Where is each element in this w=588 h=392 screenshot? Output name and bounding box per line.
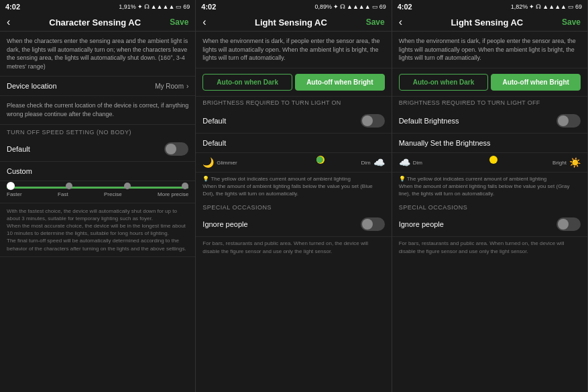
back-button-2[interactable]: ‹ bbox=[202, 16, 216, 28]
description-1: When the characters enter the sensing ar… bbox=[0, 32, 195, 77]
tab-auto-on-dark-2[interactable]: Auto-on when Dark bbox=[202, 74, 292, 91]
manually-label-3: Manually Set the Brightness bbox=[399, 139, 491, 147]
header-1: ‹ Character Sensing AC Save bbox=[0, 13, 195, 32]
device-location-row[interactable]: Device location My Room › bbox=[0, 77, 195, 96]
content-1: When the characters enter the sensing ar… bbox=[0, 32, 195, 392]
ignore-people-row-3: Ignore people bbox=[392, 212, 587, 237]
default-brightness-row-2: Default bbox=[196, 109, 391, 134]
speed-slider-track bbox=[7, 187, 188, 189]
brightness-slider-3[interactable]: ☁️ Dim Bright ☀️ bbox=[392, 153, 587, 173]
ignore-people-label-2: Ignore people bbox=[202, 220, 247, 228]
slider-dot-faster bbox=[7, 182, 15, 190]
content-2: When the environment is dark, if people … bbox=[196, 32, 391, 392]
back-button-3[interactable]: ‹ bbox=[399, 16, 412, 28]
status-bar-1: 4:02 1,91% ✦ ☊ ▲▲▲▲ ▭ 69 bbox=[0, 0, 195, 13]
special-note-2: For bars, restaurants and public area. W… bbox=[196, 237, 391, 258]
label-faster: Faster bbox=[7, 191, 22, 197]
glimmer-label: Glimmer bbox=[217, 160, 237, 166]
status-time-1: 4:02 bbox=[5, 3, 20, 11]
header-title-3: Light Sensing AC bbox=[412, 17, 562, 28]
ignore-people-row-2: Ignore people bbox=[196, 212, 391, 237]
panel-light-sensing-1: 4:02 0,89% ✦ ☊ ▲▲▲▲ ▭ 69 ‹ Light Sensing… bbox=[196, 0, 392, 392]
special-occasions-title-3: SPECIAL OCCASIONS bbox=[392, 200, 587, 212]
check-text: Please check the current location of the… bbox=[0, 96, 195, 124]
header-title-1: Character Sensing AC bbox=[20, 17, 170, 28]
device-location-value: My Room › bbox=[155, 83, 188, 90]
tab-auto-on-dark-3[interactable]: Auto-on when Dark bbox=[399, 74, 489, 91]
status-icons-1: 1,91% ✦ ☊ ▲▲▲▲ ▭ 69 bbox=[119, 3, 190, 10]
custom-label: Custom bbox=[7, 167, 32, 175]
dim-label-right: Dim bbox=[413, 160, 422, 166]
tab-auto-off-bright-2[interactable]: Auto-off when Bright bbox=[295, 74, 385, 91]
moon-icon: 🌙 bbox=[202, 157, 214, 168]
cloud-icon-2: ☁️ bbox=[373, 157, 385, 168]
status-icons-3: 1,82% ✦ ☊ ▲▲▲▲ ▭ 69 bbox=[511, 3, 582, 10]
bright-label: Bright bbox=[552, 160, 567, 166]
description-2: When the environment is dark, if people … bbox=[196, 32, 391, 68]
label-precise: Precise bbox=[104, 191, 122, 197]
brightness-on-title: BRIGHTNESS REQUIRED TO TURN LIGHT ON bbox=[196, 97, 391, 109]
save-button-3[interactable]: Save bbox=[562, 17, 581, 27]
tab-auto-off-bright-3[interactable]: Auto-off when Bright bbox=[491, 74, 581, 91]
slider-dot-precise bbox=[124, 183, 131, 189]
panel-light-sensing-2: 4:02 1,82% ✦ ☊ ▲▲▲▲ ▭ 69 ‹ Light Sensing… bbox=[392, 0, 588, 392]
status-bar-2: 4:02 0,89% ✦ ☊ ▲▲▲▲ ▭ 69 bbox=[196, 0, 391, 13]
bottom-desc-1: With the fastest choice, the device will… bbox=[0, 203, 195, 257]
label-fast: Fast bbox=[58, 191, 68, 197]
header-2: ‹ Light Sensing AC Save bbox=[196, 13, 391, 32]
label-more-precise: More precise bbox=[158, 191, 188, 197]
speed-slider-container: Faster Fast Precise More precise bbox=[0, 181, 195, 203]
default-brightness-label-3: Default Brightness bbox=[399, 117, 459, 125]
sun-icon: ☀️ bbox=[569, 157, 581, 168]
default-brightness-toggle-3[interactable] bbox=[556, 114, 581, 128]
slider-labels: Faster Fast Precise More precise bbox=[7, 191, 188, 197]
status-bar-3: 4:02 1,82% ✦ ☊ ▲▲▲▲ ▭ 69 bbox=[392, 0, 587, 13]
default-brightness-toggle-2[interactable] bbox=[361, 114, 385, 128]
status-time-3: 4:02 bbox=[398, 3, 412, 11]
slider-dot-more-precise bbox=[182, 183, 188, 189]
turn-off-speed-title: TURN OFF SPEED SETTING (NO BODY) bbox=[0, 125, 195, 137]
default-toggle[interactable] bbox=[164, 142, 188, 156]
dim-label-left: Dim bbox=[361, 160, 370, 166]
info-row-2: 💡 The yellow dot indicates current amoun… bbox=[196, 173, 391, 201]
brightness-off-title: BRIGHTNESS REQUIRED TO TURN LIGHT OFF bbox=[392, 97, 587, 109]
manually-label-2: Default bbox=[202, 139, 226, 147]
default-row: Default bbox=[0, 137, 195, 162]
special-occasions-title-2: SPECIAL OCCASIONS bbox=[196, 200, 391, 212]
ignore-people-label-3: Ignore people bbox=[399, 220, 444, 228]
device-location-label: Device location bbox=[7, 82, 57, 90]
cloud-icon-3: ☁️ bbox=[399, 157, 410, 168]
info-row-3: 💡 The yellow dot indicates current amoun… bbox=[392, 173, 587, 201]
save-button-1[interactable]: Save bbox=[170, 17, 188, 27]
manually-row-3: Manually Set the Brightness bbox=[392, 134, 587, 153]
description-3: When the environment is dark, if people … bbox=[392, 32, 587, 68]
tabs-row-2: Auto-on when Dark Auto-off when Bright bbox=[196, 68, 391, 97]
header-3: ‹ Light Sensing AC Save bbox=[392, 13, 587, 32]
ignore-people-toggle-3[interactable] bbox=[556, 217, 581, 231]
default-brightness-label-2: Default bbox=[202, 117, 226, 125]
custom-row: Custom bbox=[0, 162, 195, 181]
manually-row-2: Default bbox=[196, 134, 391, 153]
slider-dot-fast bbox=[66, 183, 72, 189]
default-label: Default bbox=[7, 145, 30, 153]
brightness-slider-2[interactable]: 🌙 Glimmer Dim ☁️ bbox=[196, 153, 391, 173]
panel-character-sensing: 4:02 1,91% ✦ ☊ ▲▲▲▲ ▭ 69 ‹ Character Sen… bbox=[0, 0, 196, 392]
tabs-row-3: Auto-on when Dark Auto-off when Bright bbox=[392, 68, 587, 97]
special-note-3: For bars, restaurants and public area. W… bbox=[392, 237, 587, 258]
status-icons-2: 0,89% ✦ ☊ ▲▲▲▲ ▭ 69 bbox=[314, 3, 386, 10]
header-title-2: Light Sensing AC bbox=[216, 17, 365, 28]
save-button-2[interactable]: Save bbox=[366, 17, 385, 27]
ignore-people-toggle-2[interactable] bbox=[361, 217, 385, 231]
back-button-1[interactable]: ‹ bbox=[7, 16, 20, 28]
content-3: When the environment is dark, if people … bbox=[392, 32, 587, 392]
default-brightness-row-3: Default Brightness bbox=[392, 109, 587, 134]
status-time-2: 4:02 bbox=[201, 3, 216, 11]
